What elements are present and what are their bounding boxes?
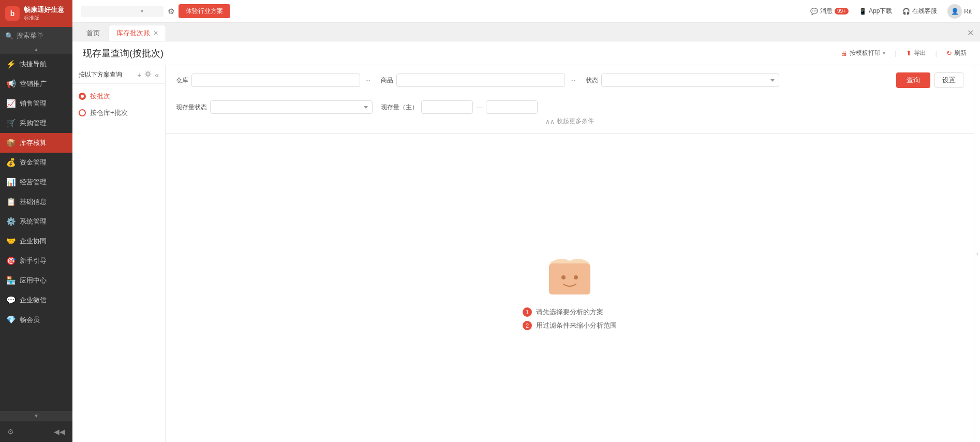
sidebar-item-finance[interactable]: 💰 资金管理	[0, 153, 72, 172]
basic-icon: 📋	[6, 197, 16, 207]
inventory-status-label: 现存量状态	[176, 103, 207, 112]
sidebar-collapse-btn[interactable]: ◀◀	[52, 425, 67, 438]
sidebar-item-wechat[interactable]: 💬 企业微信	[0, 290, 72, 310]
status-select[interactable]	[601, 73, 779, 87]
svg-point-3	[574, 275, 578, 279]
vip-icon: 💎	[6, 315, 16, 325]
status-label: 状态	[586, 76, 598, 85]
topbar-right: 💬 消息 99+ 📱 App下载 🎧 在线客服 👤 Rit	[810, 4, 972, 19]
scheme-item-by-batch[interactable]: 按批次	[72, 88, 165, 105]
hint-2-num: 2	[523, 321, 532, 330]
product-label: 商品	[381, 76, 393, 85]
product-input[interactable]	[396, 73, 565, 87]
empty-hint-1: 1 请先选择要分析的方案	[523, 307, 617, 317]
warehouse-input[interactable]	[191, 73, 360, 87]
inventory-qty-from-input[interactable]	[421, 100, 473, 114]
query-btn[interactable]: 查询	[896, 72, 930, 88]
sidebar-item-quick-nav[interactable]: ⚡ 快捷导航	[0, 54, 72, 74]
print-dropdown-icon[interactable]: ▾	[883, 50, 885, 56]
sidebar-scroll-down[interactable]: ▼	[0, 411, 72, 421]
print-icon: 🖨	[841, 49, 848, 57]
phone-icon: 📱	[859, 8, 867, 15]
scheme-add-btn[interactable]: +	[137, 71, 141, 79]
topbar-search-input[interactable]	[86, 8, 138, 15]
export-btn[interactable]: ⬆ 导出	[903, 47, 929, 60]
sidebar-header: b 畅康通好生意 标准版	[0, 0, 72, 27]
appstore-icon: 🏪	[6, 276, 16, 285]
message-btn[interactable]: 💬 消息 99+	[810, 7, 849, 16]
finance-icon: 💰	[6, 158, 16, 167]
empty-hint-2: 2 用过滤条件来缩小分析范围	[523, 321, 617, 330]
divider2: |	[936, 49, 937, 57]
scheme-item-by-warehouse-batch[interactable]: 按仓库+批次	[72, 105, 165, 121]
svg-point-0	[147, 73, 150, 76]
warehouse-field: 仓库 ···	[176, 73, 373, 87]
page-actions: 🖨 按模板打印 ▾ | ⬆ 导出 | ↻ 刷新	[838, 47, 970, 60]
filter-row-2: 现存量状态 现存量（主） —	[176, 100, 963, 114]
sidebar: b 畅康通好生意 标准版 🔍 搜索菜单 ▲ ⚡ 快捷导航 📢 营销推广 📈 销售…	[0, 0, 72, 442]
topbar-gear-icon[interactable]: ⚙	[168, 7, 174, 16]
message-icon: 💬	[810, 8, 818, 15]
scheme-dot-by-warehouse-batch	[79, 109, 86, 116]
sidebar-item-enterprise[interactable]: 🤝 企业协同	[0, 231, 72, 251]
tabbar: 首页 库存批次账 ✕ ✕	[72, 23, 980, 41]
message-badge: 99+	[835, 8, 849, 14]
right-edge-collapse[interactable]: ›	[974, 65, 980, 442]
search-menu-item[interactable]: 🔍 搜索菜单	[0, 27, 72, 45]
inventory-qty-to-input[interactable]	[486, 100, 538, 114]
scheme-header-actions: + «	[137, 70, 159, 79]
sidebar-item-appstore[interactable]: 🏪 应用中心	[0, 271, 72, 290]
tab-home[interactable]: 首页	[79, 25, 108, 41]
hint-1-num: 1	[523, 307, 532, 317]
sidebar-item-basic[interactable]: 📋 基础信息	[0, 192, 72, 212]
warehouse-label: 仓库	[176, 76, 188, 85]
topbar-search-dropdown-icon[interactable]: ▾	[141, 8, 143, 14]
inventory-status-select[interactable]	[210, 100, 373, 114]
warehouse-more-btn[interactable]: ···	[363, 77, 373, 84]
operations-icon: 📊	[6, 178, 16, 187]
filter-row-1: 仓库 ··· 商品 ··· 状态	[176, 72, 963, 88]
scheme-settings-btn[interactable]	[144, 70, 152, 79]
service-icon: 🎧	[902, 8, 910, 15]
collapse-icon: ∧∧	[545, 118, 555, 125]
print-btn[interactable]: 🖨 按模板打印 ▾	[838, 47, 888, 60]
sidebar-scroll-up[interactable]: ▲	[0, 45, 72, 54]
sidebar-footer: ⚙ ◀◀	[0, 421, 72, 442]
filter-area: 仓库 ··· 商品 ··· 状态	[166, 65, 974, 134]
sidebar-settings-btn[interactable]: ⚙	[5, 425, 16, 438]
page-title: 现存量查询(按批次)	[83, 47, 164, 60]
sidebar-item-vip[interactable]: 💎 畅会员	[0, 310, 72, 330]
sidebar-item-newbie[interactable]: 🎯 新手引导	[0, 251, 72, 271]
tab-inventory-batch[interactable]: 库存批次账 ✕	[109, 25, 166, 41]
topbar-search-area[interactable]: ▾	[81, 6, 164, 17]
online-service-btn[interactable]: 🎧 在线客服	[902, 7, 937, 16]
range-separator: —	[476, 104, 483, 111]
industry-btn[interactable]: 体验行业方案	[179, 4, 230, 18]
empty-hints: 1 请先选择要分析的方案 2 用过滤条件来缩小分析范围	[523, 307, 617, 330]
wechat-icon: 💬	[6, 296, 16, 305]
system-icon: ⚙️	[6, 217, 16, 226]
enterprise-icon: 🤝	[6, 237, 16, 246]
tab-close-inventory-batch[interactable]: ✕	[153, 30, 158, 36]
refresh-btn[interactable]: ↻ 刷新	[943, 47, 970, 60]
sidebar-item-purchase[interactable]: 🛒 采购管理	[0, 113, 72, 133]
inventory-status-field: 现存量状态	[176, 100, 373, 114]
sidebar-item-marketing[interactable]: 📢 营销推广	[0, 74, 72, 94]
right-panel: 仓库 ··· 商品 ··· 状态	[166, 65, 974, 442]
svg-rect-1	[549, 263, 590, 294]
user-info[interactable]: 👤 Rit	[947, 4, 972, 19]
app-download-btn[interactable]: 📱 App下载	[859, 7, 892, 16]
search-icon: 🔍	[5, 32, 13, 40]
filter-settings-btn[interactable]: 设置	[934, 72, 963, 88]
page-header: 现存量查询(按批次) 🖨 按模板打印 ▾ | ⬆ 导出 | ↻ 刷新	[72, 41, 980, 65]
divider1: |	[895, 49, 896, 57]
sidebar-item-inventory[interactable]: 📦 库存核算	[0, 133, 72, 153]
inventory-qty-field: 现存量（主） —	[381, 100, 577, 114]
collapse-btn[interactable]: ∧∧ 收起更多条件	[176, 114, 963, 126]
scheme-collapse-btn[interactable]: «	[155, 71, 159, 79]
sidebar-item-system[interactable]: ⚙️ 系统管理	[0, 212, 72, 231]
product-more-btn[interactable]: ···	[568, 77, 577, 84]
tab-close-all-btn[interactable]: ✕	[967, 28, 974, 41]
sidebar-item-operations[interactable]: 📊 经营管理	[0, 172, 72, 192]
sidebar-item-sales[interactable]: 📈 销售管理	[0, 94, 72, 113]
